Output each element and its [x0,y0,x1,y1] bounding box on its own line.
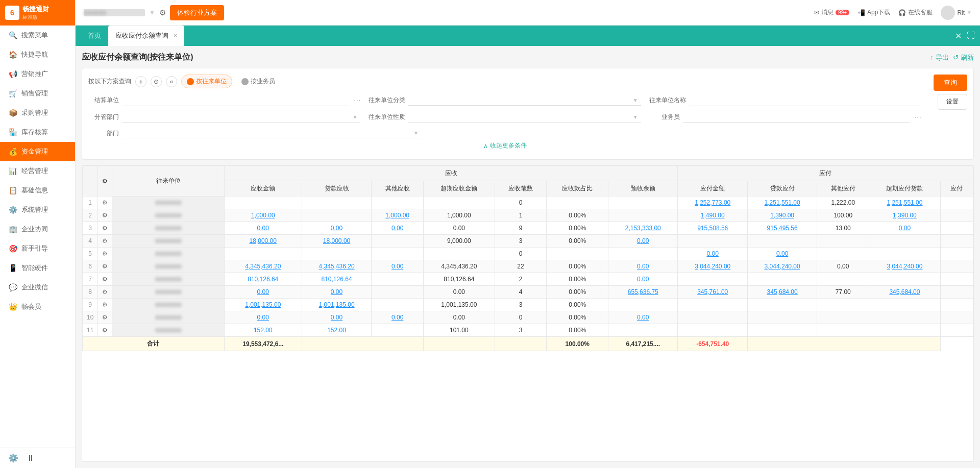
settlement-unit-dots[interactable]: ··· [354,96,360,105]
th-rownum [83,166,98,196]
table-cell: 1,390.00 [869,209,940,222]
sidebar-settings-icon[interactable]: ⚙️ [8,453,18,463]
collapse-btn[interactable]: ∧ 收起更多条件 [88,138,921,153]
table-cell[interactable]: ⚙ [98,248,112,260]
table-cell: 100.00 [817,209,869,222]
table-cell[interactable]: ⚙ [98,311,112,324]
table-cell: 3 [83,222,98,235]
trial-btn[interactable]: 体验行业方案 [170,5,224,20]
filter-back-btn[interactable]: « [166,76,177,87]
dept-manager-select[interactable]: ▼ [122,112,360,122]
table-cell[interactable]: ⚙ [98,299,112,311]
table-cell [940,235,973,248]
table-cell: 0.00 [608,235,678,248]
dept-select[interactable]: ▼ [122,128,422,138]
table-row: 5⚙■■■■■■■00.000.00 [83,248,973,260]
table-cell[interactable]: ⚙ [98,222,112,235]
filter-target-btn[interactable]: ⊙ [151,76,162,87]
sidebar-item-operations[interactable]: 📊 经营管理 [0,161,75,181]
sidebar-item-newbie[interactable]: 🎯 新手引导 [0,239,75,258]
messages-btn[interactable]: ✉ 消息 99+ [814,8,849,17]
table-row: 6⚙■■■■■■■4,345,436.204,345,436.200.004,3… [83,260,973,273]
sidebar-item-enterprise[interactable]: 🏢 企业协同 [0,219,75,239]
query-btn[interactable]: 查询 [934,75,967,91]
salesman-input[interactable] [683,111,910,123]
tab-home[interactable]: 首页 [81,26,108,46]
table-cell: 0 [495,196,547,209]
th-prepaid-balance: 预收余额 [608,181,678,196]
table-cell[interactable]: ⚙ [98,209,112,222]
user-area[interactable]: Rit ▼ [941,6,972,20]
sidebar-item-member[interactable]: 👑 畅会员 [0,297,75,316]
table-cell[interactable]: ⚙ [98,235,112,248]
top-header: ■■■■■■ ▼ ⚙ 体验行业方案 ✉ 消息 99+ 📲 App下载 🎧 在线客… [76,0,980,26]
table-cell[interactable]: ⚙ [98,324,112,337]
sidebar-item-sales[interactable]: 🛒 销售管理 [0,84,75,103]
filter-add-btn[interactable]: + [135,76,146,87]
th-settings[interactable]: ⚙ [98,166,112,196]
page-header: 应收应付余额查询(按往来单位) ↑ 导出 ↺ 刷新 [82,52,974,63]
tab-current-label: 应收应付余额查询 [115,31,168,40]
sidebar-item-purchase[interactable]: 📦 采购管理 [0,103,75,122]
sidebar-item-label: 销售管理 [21,89,48,98]
table-cell [747,235,817,248]
table-cell [817,299,869,311]
app-download-btn[interactable]: 📲 App下载 [857,8,890,17]
online-service-btn[interactable]: 🎧 在线客服 [898,8,933,17]
sidebar: 6 畅捷通财 标准版 🔍 搜索菜单 🏠 快捷导航 📢 营销推广 🛒 销售管理 📦… [0,0,76,468]
gear-header-icon[interactable]: ⚙ [159,8,166,17]
table-cell[interactable]: ⚙ [98,196,112,209]
basic-info-icon: 📋 [8,186,17,195]
sidebar-item-marketing[interactable]: 📢 营销推广 [0,64,75,84]
table-cell [372,273,424,286]
export-btn[interactable]: ↑ 导出 [930,53,949,62]
partner-category-select[interactable]: ▼ [408,95,641,106]
field-partner-nature: 往来单位性质 ▼ [369,112,641,122]
table-cell: 0.00 [302,222,371,235]
refresh-btn[interactable]: ↺ 刷新 [953,53,974,62]
table-cell [869,235,940,248]
table-cell[interactable]: ⚙ [98,273,112,286]
scheme-partner[interactable]: 按往来单位 [181,75,232,88]
table-cell: 4 [83,235,98,248]
partner-name-input[interactable] [689,94,921,106]
th-receivable-group: 应收 [224,166,678,181]
partner-nature-select[interactable]: ▼ [408,112,641,122]
sidebar-item-search-menu[interactable]: 🔍 搜索菜单 [0,26,75,45]
table-cell: 3 [495,235,547,248]
table-cell [817,235,869,248]
table-cell: 3,044,240.00 [747,260,817,273]
sidebar-collapse-icon[interactable]: ⏸ [27,454,35,463]
smart-hw-icon: 📱 [8,263,17,273]
table-cell [372,196,424,209]
table-cell: 1 [495,209,547,222]
setting-btn[interactable]: 设置 [938,94,967,110]
table-cell [940,286,973,299]
tab-close-window-icon[interactable]: ✕ [955,31,962,41]
table-cell: 345,684.00 [747,286,817,299]
filter-area: 按以下方案查询 + ⊙ « 按往来单位 按业务员 [82,68,974,160]
table-cell[interactable]: ⚙ [98,286,112,299]
sidebar-item-quick-nav[interactable]: 🏠 快捷导航 [0,45,75,64]
tab-expand-icon[interactable]: ⛶ [967,31,975,40]
sidebar-item-wechat[interactable]: 💬 企业微信 [0,278,75,297]
sidebar-item-inventory[interactable]: 🏪 库存核算 [0,122,75,142]
settlement-unit-input[interactable] [122,94,349,106]
sidebar-item-smart-hw[interactable]: 📱 智能硬件 [0,258,75,278]
tab-current[interactable]: 应收应付余额查询 × [108,26,184,46]
tab-close-icon[interactable]: × [174,32,177,39]
table-cell: 18,000.00 [302,235,371,248]
scheme-salesman[interactable]: 按业务员 [236,75,280,88]
table-cell: 9 [495,222,547,235]
sidebar-item-label: 基础信息 [21,186,48,195]
field-partner-name: 往来单位名称 [649,94,921,106]
table-cell[interactable]: ⚙ [98,260,112,273]
operations-icon: 📊 [8,166,17,176]
sidebar-item-basic-info[interactable]: 📋 基础信息 [0,181,75,200]
sidebar-item-finance[interactable]: 💰 资金管理 [0,142,75,161]
table-cell [747,299,817,311]
filter-row-3: 部门 ▼ [88,128,921,138]
table-cell: 9,000.00 [424,235,495,248]
sidebar-item-system[interactable]: ⚙️ 系统管理 [0,200,75,219]
salesman-dots[interactable]: ··· [915,113,921,122]
